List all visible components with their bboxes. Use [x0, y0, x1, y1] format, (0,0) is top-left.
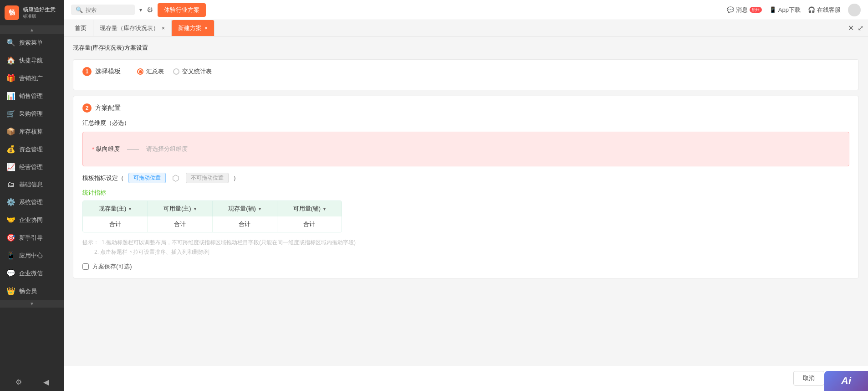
sidebar-item-system[interactable]: ⚙️ 系统管理: [0, 193, 64, 211]
home-icon: 🏠: [6, 56, 15, 65]
section2-header: 2 方案配置: [82, 103, 849, 113]
tab-fullscreen-icon[interactable]: ⤢: [858, 24, 863, 32]
sidebar-scroll-up[interactable]: ▲: [0, 26, 64, 34]
col3-dropdown-icon[interactable]: ▾: [259, 206, 261, 211]
indicator-settings-row: 模板指标设定（ 可拖动位置 ⬡ 不可拖动位置 ）: [82, 173, 849, 183]
main-panel: 🔍 ▾ ⚙ 体验行业方案 💬 消息 99+ 📱 App下载 🎧 在线客服: [64, 0, 868, 391]
sidebar-item-sales[interactable]: 📊 销售管理: [0, 87, 64, 105]
topbar-right: 💬 消息 99+ 📱 App下载 🎧 在线客服: [727, 4, 861, 16]
stats-col-4[interactable]: 可用量(辅) ▾: [277, 201, 342, 216]
stats-table-body: 合计 合计 合计 合计: [83, 216, 342, 232]
sidebar-scroll-down[interactable]: ▼: [0, 300, 64, 308]
sidebar-item-inventory[interactable]: 📦 库存核算: [0, 123, 64, 140]
dimension-placeholder: 请选择分组维度: [146, 145, 188, 153]
cancel-button[interactable]: 取消: [793, 371, 824, 386]
section-plan-config: 2 方案配置 汇总维度（必选） * 纵向维度 —— 请选择分组维度 模板指标设定…: [73, 96, 859, 278]
sidebar-item-member[interactable]: 👑 畅会员: [0, 282, 64, 300]
messages-item[interactable]: 💬 消息 99+: [727, 6, 762, 14]
topbar-gear-icon[interactable]: ⚙: [147, 5, 153, 14]
sidebar-item-appstore[interactable]: 📱 应用中心: [0, 247, 64, 264]
stats-col-1[interactable]: 现存量(主) ▾: [83, 201, 148, 216]
radio-summary[interactable]: 汇总表: [137, 67, 164, 76]
crown-icon: 👑: [6, 287, 15, 295]
handshake-icon: 🤝: [6, 216, 15, 224]
stats-cell-2: 合计: [148, 216, 212, 232]
radio-cross-dot: [173, 68, 179, 75]
headset-icon: 🎧: [808, 6, 815, 13]
col1-dropdown-icon[interactable]: ▾: [129, 206, 131, 211]
chart-icon: 📊: [6, 92, 15, 100]
content-area: 现存量(库存状况表)方案设置 1 选择模板 汇总表 交叉统计表: [64, 36, 868, 365]
tab-close-all-icon[interactable]: ✕: [848, 24, 854, 32]
sidebar-item-basic[interactable]: 🗂 基础信息: [0, 176, 64, 193]
sidebar-item-wechat[interactable]: 💬 企业微信: [0, 264, 64, 282]
gear-icon: ⚙️: [6, 198, 15, 206]
collapse-icon[interactable]: ◀: [43, 378, 49, 386]
stats-section-label: 统计指标: [82, 189, 849, 197]
search-box[interactable]: 🔍: [71, 5, 135, 15]
page-title: 现存量(库存状况表)方案设置: [73, 44, 859, 52]
tab-inventory-close[interactable]: ×: [162, 25, 165, 31]
mobile-icon: 📱: [6, 251, 15, 260]
stats-cell-1: 合计: [83, 216, 148, 232]
app-logo-icon: 畅: [5, 5, 19, 20]
footer: 取消 查询: [64, 365, 868, 391]
info-icon: 🗂: [6, 180, 15, 189]
message-icon: 💬: [727, 6, 734, 13]
messages-badge: 99+: [750, 7, 762, 13]
sidebar-logo: 畅 畅康通好生意 标准版: [0, 0, 64, 26]
sidebar-item-newuser[interactable]: 🎯 新手引导: [0, 229, 64, 247]
topbar: 🔍 ▾ ⚙ 体验行业方案 💬 消息 99+ 📱 App下载 🎧 在线客服: [64, 0, 868, 20]
app-download-item[interactable]: 📱 App下载: [769, 6, 801, 14]
tabbar: 首页 现存量（库存状况表） × 新建方案 × ✕ ⤢: [64, 20, 868, 36]
save-checkbox[interactable]: [82, 263, 89, 270]
avatar[interactable]: [848, 4, 861, 16]
radio-cross[interactable]: 交叉统计表: [173, 67, 212, 76]
radio-summary-dot: [137, 68, 143, 75]
tab-expand-controls: ✕ ⤢: [848, 24, 863, 32]
sidebar-item-nav[interactable]: 🏠 快捷导航: [0, 51, 64, 69]
cart-icon: 🛒: [6, 109, 15, 118]
target-icon: 🎯: [6, 233, 15, 242]
tab-home[interactable]: 首页: [68, 20, 93, 36]
tab-inventory[interactable]: 现存量（库存状况表） ×: [93, 20, 172, 36]
indicator-tag-fixed: 不可拖动位置: [186, 173, 229, 183]
trial-button[interactable]: 体验行业方案: [158, 3, 206, 17]
indicator-settings-label: 模板指标设定（: [82, 174, 124, 182]
dimension-divider: ——: [127, 146, 139, 153]
section1-header: 1 选择模板 汇总表 交叉统计表: [82, 67, 849, 76]
indicator-tag-draggable: 可拖动位置: [128, 173, 166, 183]
stats-col-2[interactable]: 可用量(主) ▾: [148, 201, 212, 216]
tips-section: 提示： 1.拖动标题栏可以调整布局，不可跨维度或指标区域拖动栏目字段(只能在同一…: [82, 239, 849, 256]
step1-badge: 1: [82, 67, 92, 76]
col2-dropdown-icon[interactable]: ▾: [194, 206, 196, 211]
sidebar-item-operation[interactable]: 📈 经营管理: [0, 158, 64, 176]
save-option[interactable]: 方案保存(可选): [82, 262, 849, 271]
col4-dropdown-icon[interactable]: ▾: [323, 206, 326, 211]
step2-badge: 2: [82, 103, 92, 113]
tab-new-scheme[interactable]: 新建方案 ×: [172, 20, 214, 36]
tab-new-scheme-close[interactable]: ×: [204, 25, 208, 31]
sidebar-item-finance[interactable]: 💰 资金管理: [0, 140, 64, 158]
dimension-area[interactable]: * 纵向维度 —— 请选择分组维度: [82, 132, 849, 166]
sidebar-item-marketing[interactable]: 🎁 营销推广: [0, 69, 64, 87]
money-icon: 💰: [6, 145, 15, 154]
search-dropdown-icon[interactable]: ▾: [139, 7, 142, 13]
gift-icon: 🎁: [6, 74, 15, 82]
sidebar-item-purchase[interactable]: 🛒 采购管理: [0, 105, 64, 123]
settings-bottom-icon[interactable]: ⚙: [15, 378, 22, 386]
stats-table: 现存量(主) ▾ 可用量(主) ▾ 现存量(辅) ▾ 可用量(辅) ▾: [82, 201, 342, 232]
template-radio-group: 汇总表 交叉统计表: [137, 67, 212, 76]
sidebar: 畅 畅康通好生意 标准版 ▲ 🔍 搜索菜单 🏠 快捷导航 🎁 营销推广 📊 销售…: [0, 0, 64, 391]
online-service-item[interactable]: 🎧 在线客服: [808, 6, 841, 14]
stats-cell-3: 合计: [213, 216, 277, 232]
dimension-config-label: 汇总维度（必选）: [82, 119, 849, 127]
sidebar-item-contract[interactable]: 🤝 企业协同: [0, 211, 64, 229]
section2-title: 方案配置: [95, 104, 121, 112]
stats-col-3[interactable]: 现存量(辅) ▾: [213, 201, 277, 216]
ai-badge[interactable]: Ai: [824, 371, 868, 391]
sidebar-item-search[interactable]: 🔍 搜索菜单: [0, 34, 64, 51]
phone-icon: 📱: [769, 6, 776, 13]
dimension-field-label: 纵向维度: [96, 145, 120, 153]
search-input[interactable]: [86, 7, 131, 13]
